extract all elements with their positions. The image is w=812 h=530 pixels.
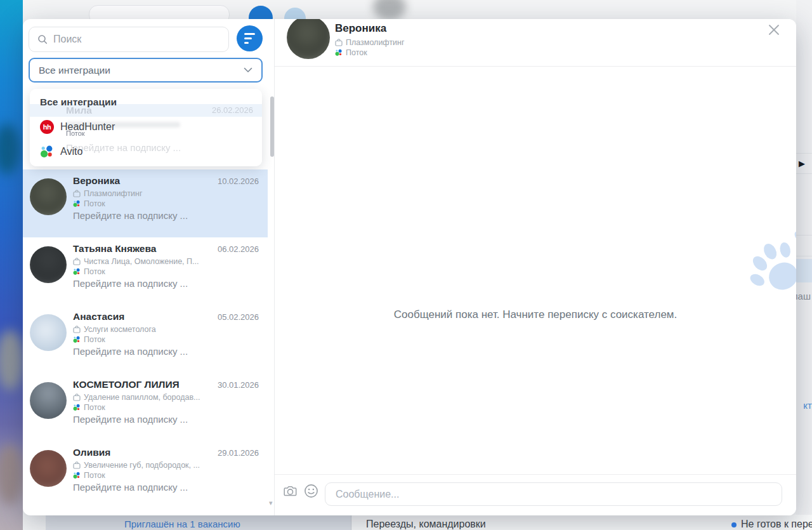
dropdown-item-all-integrations[interactable]: Все интеграции [30,93,262,111]
chat-vacancy: Увеличение губ, подбородок, ... [73,461,200,470]
sidebar-scrollbar[interactable] [270,96,274,157]
dropdown-item-avito[interactable]: Avito [30,142,262,161]
avatar [30,246,67,283]
filter-icon [244,42,249,44]
headhunter-icon: hh [40,120,54,134]
chat-list-item[interactable]: Анастасия 05.02.2026 Услуги косметолога … [23,305,268,373]
close-button[interactable] [765,21,783,39]
background-bottom-strip: Приглашён на 1 вакансию [46,515,351,530]
invited-vacancy-link[interactable]: Приглашён на 1 вакансию [124,519,240,529]
chat-last-message: Перейдите на подписку ... [73,346,188,357]
dropdown-item-label: HeadHunter [60,121,115,133]
camera-button[interactable] [283,484,298,500]
background-bottom-strip: Переезды, командировки Не готов к пере [352,515,812,530]
background-link-fragment: кто [803,400,812,411]
chat-header-source: Поток [335,48,367,57]
chat-date: 10.02.2026 [218,176,259,186]
dropdown-item-headhunter[interactable]: hh HeadHunter [30,117,262,136]
search-box [29,27,229,52]
chat-source: Поток [73,335,105,344]
avatar [30,382,67,419]
briefcase-icon [335,39,343,46]
chat-last-message: Перейдите на подписку ... [73,278,188,289]
emoji-icon [304,484,318,498]
chat-last-message: Перейдите на подписку ... [73,210,188,221]
avatar [30,178,67,215]
integration-select-value: Все интеграции [39,65,244,76]
chat-source: Поток [73,471,105,480]
briefcase-icon [73,326,81,333]
chat-date: 30.01.2026 [218,380,259,390]
avatar [30,450,67,487]
filter-icon [244,37,252,39]
filter-icon [244,33,255,35]
chat-vacancy: Услуги косметолога [73,325,156,334]
emoji-button[interactable] [304,484,318,500]
chat-name: Оливия [73,447,110,458]
briefcase-icon [73,190,81,197]
desktop-blob [0,444,24,505]
avito-icon [73,200,81,208]
close-icon [768,23,780,36]
desktop-blob [0,124,20,175]
paw-icon [731,225,796,310]
chat-name: КОСМЕТОЛОГ ЛИЛИЯ [73,379,180,390]
search-input[interactable] [53,34,212,45]
chat-list-item[interactable]: Оливия 29.01.2026 Увеличение губ, подбор… [23,441,268,509]
chat-last-message: Перейдите на подписку ... [73,414,188,425]
relocation-text: Переезды, командировки [366,519,486,530]
chat-date: 06.02.2026 [218,244,259,254]
desktop-blob [0,330,24,390]
chat-date: 29.01.2026 [218,448,259,458]
screen: ▶ паш кто Приглашён на 1 вакансию Переез… [0,0,812,530]
chat-vacancy: Плазмолифтинг [73,189,143,198]
chat-list-sidebar: Все интеграции Мила 26.02.2026 Поток Пер… [23,19,275,515]
briefcase-icon [73,258,81,265]
chat-date: 05.02.2026 [218,312,259,322]
chat-vacancy: Удаление папиллом, бородав... [73,393,200,402]
search-icon [37,34,48,44]
chat-header: Вероника Плазмолифтинг Поток [275,19,796,67]
chat-list: Вероника 10.02.2026 Плазмолифтинг Поток … [23,169,275,509]
avito-icon [73,404,81,411]
avito-icon [73,336,81,343]
chat-source: Поток [73,403,105,412]
chat-panel: Вероника Плазмолифтинг Поток [275,19,796,515]
chat-header-vacancy: Плазмолифтинг [335,38,405,47]
avatar [30,314,67,351]
avito-icon [73,472,81,479]
chat-name: Анастасия [73,311,124,322]
chat-source: Поток [73,199,105,208]
chat-list-item[interactable]: КОСМЕТОЛОГ ЛИЛИЯ 30.01.2026 Удаление пап… [23,373,268,441]
avito-icon [40,145,54,159]
chat-name: Вероника [73,175,120,187]
integration-dropdown: Мила 26.02.2026 Поток Перейдите на подпи… [30,89,262,166]
avito-icon [73,268,81,275]
play-icon: ▶ [799,159,805,168]
avito-icon [335,49,343,56]
camera-icon [283,484,298,498]
chevron-down-icon [244,67,252,73]
chat-header-name: Вероника [335,22,386,35]
composer [275,474,796,515]
empty-state-text: Сообщений пока нет. Начните переписку с … [275,308,796,321]
status-dot-icon [731,522,737,527]
briefcase-icon [73,394,81,401]
dropdown-item-label: Все интеграции [40,96,117,108]
desktop-background [0,0,23,530]
dropdown-item-label: Avito [60,146,82,157]
background-avatar [373,0,406,20]
chat-last-message: Перейдите на подписку ... [73,482,188,493]
briefcase-icon [73,461,81,469]
not-ready-status: Не готов к пере [731,519,812,530]
chat-modal: Все интеграции Мила 26.02.2026 Поток Пер… [23,19,796,515]
filter-button[interactable] [237,25,263,51]
background-right-panel: ▶ паш кто [796,0,812,530]
integration-select[interactable]: Все интеграции [29,58,263,83]
chat-list-item[interactable]: Татьяна Княжева 06.02.2026 Чистка Лица, … [23,237,268,305]
chat-list-item[interactable]: Вероника 10.02.2026 Плазмолифтинг Поток … [23,169,268,237]
message-input[interactable] [325,482,782,506]
chat-source: Поток [73,267,105,276]
avatar [287,19,330,59]
chat-name: Татьяна Княжева [73,243,156,255]
